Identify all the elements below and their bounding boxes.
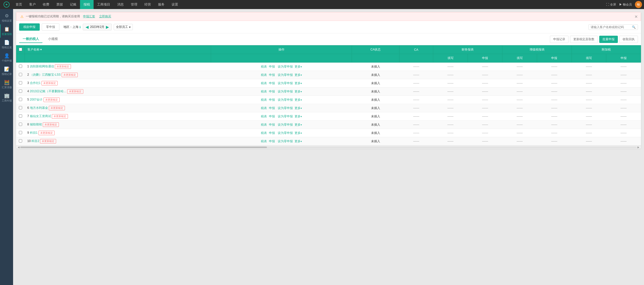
row-name[interactable]: 辅助期初	[30, 123, 42, 126]
row-checkbox-3[interactable]	[19, 89, 22, 93]
tab-general-taxpayer[interactable]: 一般的税人	[19, 35, 43, 43]
sidebar-item-tax-records[interactable]: 📝 报税记录	[0, 64, 13, 78]
nav-item-message[interactable]: 消息	[114, 0, 127, 9]
row-name[interactable]: 科目1	[30, 131, 38, 134]
op-declare[interactable]: 申报	[269, 115, 275, 118]
op-tax-form[interactable]: 税表	[261, 90, 267, 93]
row-name[interactable]: 2007会计	[30, 98, 43, 101]
row-checkbox-8[interactable]	[19, 131, 22, 134]
scroll-bar-track[interactable]	[20, 147, 637, 148]
op-declare[interactable]: 申报	[269, 139, 275, 143]
update-data-btn[interactable]: 更新税定及取数	[570, 36, 598, 43]
tab-zero-declare[interactable]: 零申报	[42, 23, 59, 31]
op-zero-declare[interactable]: 设为零申报	[278, 123, 293, 126]
nav-item-manage[interactable]: 管理	[127, 0, 141, 9]
op-more[interactable]: 更多	[295, 65, 302, 68]
next-month-btn[interactable]: ▶	[105, 25, 109, 29]
op-more[interactable]: 更多	[295, 123, 302, 126]
nav-item-invoice[interactable]: 票据	[53, 0, 66, 9]
op-declare[interactable]: 申报	[269, 65, 275, 68]
row-name[interactable]: 杨仙女工资商试	[30, 114, 51, 118]
notice-close-icon[interactable]: ✕	[634, 14, 638, 19]
nav-item-home[interactable]: 首页	[12, 0, 26, 9]
op-zero-declare[interactable]: 设为零申报	[278, 106, 293, 110]
sidebar-item-tax-settings[interactable]: ⚙ 报税设置	[0, 11, 13, 24]
op-declare[interactable]: 申报	[269, 98, 275, 102]
scroll-right-btn[interactable]: ▶	[637, 146, 640, 149]
row-name[interactable]: 科目2	[31, 139, 39, 143]
notice-link-declare[interactable]: 申报汇签	[83, 14, 95, 19]
row-checkbox-9[interactable]	[19, 139, 22, 142]
row-checkbox-2[interactable]	[19, 81, 22, 84]
op-zero-declare[interactable]: 设为零申报	[278, 65, 293, 68]
op-declare[interactable]: 申报	[269, 90, 275, 93]
op-tax-form[interactable]: 税表	[261, 81, 267, 85]
op-more[interactable]: 更多	[295, 90, 302, 93]
row-name[interactable]: （勿删）江西酸宝-LSS	[30, 73, 61, 76]
op-more[interactable]: 更多	[295, 139, 302, 143]
scroll-left-btn[interactable]: ◀	[17, 146, 20, 149]
op-zero-declare[interactable]: 设为零申报	[278, 139, 293, 143]
op-more[interactable]: 更多	[295, 115, 302, 118]
op-declare[interactable]: 申报	[269, 123, 275, 126]
nav-item-accounting[interactable]: 记账	[66, 0, 80, 9]
row-checkbox-1[interactable]	[19, 73, 22, 76]
op-more[interactable]: 更多	[295, 81, 302, 85]
sort-icon[interactable]: ▾	[40, 48, 42, 51]
sidebar-item-tax-overview[interactable]: 📄 报税总览	[0, 38, 13, 51]
op-zero-declare[interactable]: 设为零申报	[278, 73, 293, 77]
nav-item-billing[interactable]: 收费	[39, 0, 53, 9]
op-declare[interactable]: 申报	[269, 131, 275, 135]
row-checkbox-4[interactable]	[19, 98, 22, 101]
op-more[interactable]: 更多	[295, 131, 302, 135]
row-name[interactable]: 勿削新税网络通信	[30, 65, 54, 68]
avatar[interactable]: 畅	[635, 1, 642, 8]
batch-declare-btn[interactable]: 批量申报	[599, 36, 618, 43]
op-zero-declare[interactable]: 设为零申报	[278, 81, 293, 85]
nav-item-client[interactable]: 客户	[26, 0, 39, 9]
op-declare[interactable]: 申报	[269, 106, 275, 110]
op-tax-form[interactable]: 税表	[261, 106, 267, 110]
row-checkbox-5[interactable]	[19, 106, 22, 109]
op-tax-form[interactable]: 税表	[261, 73, 267, 77]
op-zero-declare[interactable]: 设为零申报	[278, 90, 293, 93]
search-input[interactable]	[591, 25, 631, 29]
dept-selector[interactable]: 全部员工 ▾	[114, 24, 133, 30]
row-checkbox-0[interactable]	[19, 65, 22, 68]
op-zero-declare[interactable]: 设为零申报	[278, 115, 293, 118]
fullscreen-btn[interactable]: ⛶ 全屏	[606, 3, 616, 7]
search-icon[interactable]: 🔍	[632, 25, 636, 29]
op-more[interactable]: 更多	[295, 106, 302, 110]
notice-link-buy[interactable]: 立即购买	[99, 14, 111, 19]
op-tax-form[interactable]: 税表	[261, 123, 267, 126]
row-checkbox-6[interactable]	[19, 114, 22, 118]
op-tax-form[interactable]: 税表	[261, 65, 267, 68]
sidebar-item-annual-clearance[interactable]: 🧮 汇算清缴	[0, 78, 13, 91]
row-checkbox-7[interactable]	[19, 123, 22, 126]
member-btn[interactable]: ▶ 畅会员	[619, 3, 632, 7]
row-name[interactable]: 地方水利基金	[30, 106, 48, 110]
op-more[interactable]: 更多	[295, 73, 302, 77]
prev-month-btn[interactable]: ◀	[85, 25, 89, 29]
collect-receipt-btn[interactable]: 收取回执	[619, 36, 638, 43]
sidebar-item-annual-report[interactable]: 🏢 工商年报	[0, 91, 13, 104]
row-name[interactable]: 2013日记账（不要删除哈...	[30, 89, 66, 93]
op-zero-declare[interactable]: 设为零申报	[278, 98, 293, 102]
row-name[interactable]: 合作社1	[30, 81, 41, 85]
tab-small-scale[interactable]: 小规模	[45, 35, 61, 43]
op-declare[interactable]: 申报	[269, 73, 275, 77]
nav-item-ops[interactable]: 经营	[141, 0, 154, 9]
op-tax-form[interactable]: 税表	[261, 98, 267, 102]
region-info-icon[interactable]: ℹ	[79, 25, 81, 29]
op-tax-form[interactable]: 税表	[261, 131, 267, 135]
nav-item-settings[interactable]: 设置	[168, 0, 182, 9]
select-all-checkbox[interactable]	[19, 48, 22, 51]
nav-item-biz[interactable]: 工商项目	[94, 0, 114, 9]
op-zero-declare[interactable]: 设为零申报	[278, 131, 293, 135]
sidebar-item-batch-tax[interactable]: 📋 批量报税	[0, 24, 13, 38]
sidebar-item-personal-tax[interactable]: 👤 个税申报	[0, 51, 13, 64]
op-tax-form[interactable]: 税表	[261, 115, 267, 118]
nav-item-tax[interactable]: 报税	[80, 0, 94, 9]
op-more[interactable]: 更多	[295, 98, 302, 102]
op-tax-form[interactable]: 税表	[261, 139, 267, 143]
